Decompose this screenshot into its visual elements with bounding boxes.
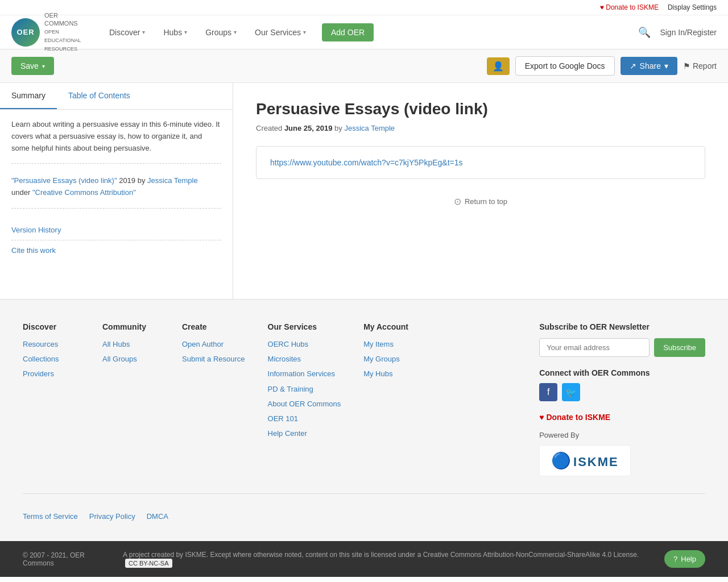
sidebar-description: Learn about writing a persuasive essay i… — [11, 119, 221, 164]
footer-community-heading: Community — [102, 322, 159, 331]
footer-about-oer-link[interactable]: About OER Commons — [268, 399, 341, 409]
footer-donate-link[interactable]: Donate to ISKME — [539, 413, 610, 422]
footer-oerc-hubs-link[interactable]: OERC Hubs — [268, 339, 341, 350]
author-link[interactable]: Jessica Temple — [344, 124, 395, 132]
caret-down-icon: ▾ — [664, 61, 668, 70]
terms-of-service-link[interactable]: Terms of Service — [23, 512, 78, 521]
version-history-link[interactable]: Version History — [11, 220, 221, 240]
footer-my-hubs-link[interactable]: My Hubs — [363, 369, 420, 379]
footer-open-author-link[interactable]: Open Author — [182, 339, 245, 350]
chevron-down-icon: ▾ — [184, 29, 187, 35]
resource-url-link[interactable]: https://www.youtube.com/watch?v=c7kjY5Pk… — [270, 158, 463, 167]
logo-text: OER COMMONSOPEN EDUCATIONAL RESOURCES — [44, 11, 84, 53]
main-resource-content: Persuasive Essays (video link) Created J… — [233, 83, 728, 299]
logo[interactable]: OER OER COMMONSOPEN EDUCATIONAL RESOURCE… — [11, 11, 84, 53]
citation-author-link[interactable]: Jessica Temple — [147, 176, 198, 185]
search-icon[interactable]: 🔍 — [638, 26, 651, 39]
cc-badge: CC BY-NC-SA — [125, 559, 172, 568]
iskme-graphic-icon: 🔵 — [551, 452, 571, 469]
footer-microsites-link[interactable]: Microsites — [268, 354, 341, 364]
share-button[interactable]: ↗ Share ▾ — [621, 57, 677, 75]
tab-summary[interactable]: Summary — [0, 83, 57, 109]
help-icon: ? — [673, 555, 677, 563]
iskme-logo: 🔵 ISKME — [539, 445, 631, 476]
add-oer-button[interactable]: Add OER — [322, 23, 374, 41]
return-to-top[interactable]: ⊙ Return to top — [256, 196, 705, 207]
footer-our-services: Our Services OERC Hubs Microsites Inform… — [268, 322, 341, 476]
left-sidebar: Summary Table of Contents Learn about wr… — [0, 83, 233, 299]
sidebar-tabs: Summary Table of Contents — [0, 83, 233, 110]
help-button[interactable]: ? Help — [664, 550, 705, 568]
footer-all-hubs-link[interactable]: All Hubs — [102, 339, 159, 350]
sidebar-citation: "Persuasive Essays (video link)" 2019 by… — [11, 175, 221, 209]
share-icon: ↗ — [630, 61, 636, 70]
report-button[interactable]: ⚑ Report — [683, 61, 717, 70]
citation-title-link[interactable]: "Persuasive Essays (video link)" — [11, 176, 117, 185]
up-arrow-icon: ⊙ — [454, 196, 461, 207]
action-bar: Save ▾ 👤 Export to Google Docs ↗ Share ▾… — [0, 49, 728, 83]
author-by: by — [334, 124, 342, 132]
nav-hubs[interactable]: Hubs ▾ — [155, 23, 195, 41]
created-label: Created — [256, 124, 282, 132]
tab-table-of-contents[interactable]: Table of Contents — [57, 83, 142, 109]
newsletter-row: Subscribe — [539, 338, 705, 357]
dmca-link[interactable]: DMCA — [147, 512, 168, 521]
newsletter-heading: Subscribe to OER Newsletter — [539, 322, 705, 331]
topbar-donate-link[interactable]: Donate to ISKME — [600, 3, 659, 11]
footer-my-items-link[interactable]: My Items — [363, 339, 420, 350]
caret-down-icon: ▾ — [42, 63, 45, 69]
sidebar-content: Learn about writing a persuasive essay i… — [0, 110, 233, 269]
footer-collections-link[interactable]: Collections — [23, 354, 80, 364]
cite-this-work-link[interactable]: Cite this work — [11, 240, 221, 260]
connect-section: Connect with OER Commons f 🐦 Donate to I… — [539, 368, 705, 476]
nav-discover[interactable]: Discover ▾ — [101, 23, 153, 41]
footer-pd-training-link[interactable]: PD & Training — [268, 384, 341, 394]
footer-create: Create Open Author Submit a Resource — [182, 322, 245, 476]
display-settings-link[interactable]: Display Settings — [668, 3, 717, 11]
footer-right: Subscribe to OER Newsletter Subscribe Co… — [539, 322, 705, 476]
footer-providers-link[interactable]: Providers — [23, 369, 80, 379]
newsletter-email-input[interactable] — [539, 338, 650, 357]
top-bar: Donate to ISKME Display Settings — [0, 0, 728, 15]
footer-divider — [23, 493, 705, 494]
footer-community: Community All Hubs All Groups — [102, 322, 159, 476]
footer-my-groups-link[interactable]: My Groups — [363, 354, 420, 364]
resource-link-box: https://www.youtube.com/watch?v=c7kjY5Pk… — [256, 146, 705, 179]
chevron-down-icon: ▾ — [303, 29, 306, 35]
user-icon-button[interactable]: 👤 — [487, 57, 510, 75]
export-google-docs-button[interactable]: Export to Google Docs — [515, 56, 615, 76]
sign-in-link[interactable]: Sign In/Register — [660, 28, 717, 37]
save-button[interactable]: Save ▾ — [11, 57, 54, 75]
connect-heading: Connect with OER Commons — [539, 368, 705, 377]
created-date: June 25, 2019 — [284, 124, 333, 132]
chevron-down-icon: ▾ — [234, 29, 237, 35]
resource-meta: Created June 25, 2019 by Jessica Temple — [256, 124, 705, 132]
footer: Discover Resources Collections Providers… — [0, 299, 728, 541]
nav-our-services[interactable]: Our Services ▾ — [247, 23, 314, 41]
resource-title: Persuasive Essays (video link) — [256, 100, 705, 118]
citation-license-link[interactable]: "Creative Commons Attribution" — [32, 188, 136, 197]
bottom-description: A project created by ISKME. Except where… — [123, 551, 653, 568]
footer-resources-link[interactable]: Resources — [23, 339, 80, 350]
footer-my-account-heading: My Account — [363, 322, 420, 331]
footer-columns: Discover Resources Collections Providers… — [23, 322, 705, 476]
footer-information-services-link[interactable]: Information Services — [268, 369, 341, 379]
privacy-policy-link[interactable]: Privacy Policy — [89, 512, 135, 521]
iskme-logo-text: ISKME — [573, 455, 619, 469]
footer-help-center-link[interactable]: Help Center — [268, 429, 341, 439]
citation-year: 2019 — [119, 176, 135, 185]
main-nav: OER OER COMMONSOPEN EDUCATIONAL RESOURCE… — [0, 15, 728, 49]
facebook-icon[interactable]: f — [539, 383, 557, 401]
logo-circle: OER — [11, 18, 40, 47]
twitter-icon[interactable]: 🐦 — [562, 383, 580, 401]
footer-submit-resource-link[interactable]: Submit a Resource — [182, 354, 245, 364]
powered-by-label: Powered By — [539, 431, 705, 439]
footer-all-groups-link[interactable]: All Groups — [102, 354, 159, 364]
bottom-bar: © 2007 - 2021, OER Commons A project cre… — [0, 541, 728, 577]
footer-our-services-heading: Our Services — [268, 322, 341, 331]
subscribe-button[interactable]: Subscribe — [654, 338, 705, 357]
copyright-text: © 2007 - 2021, OER Commons — [23, 551, 111, 567]
nav-groups[interactable]: Groups ▾ — [197, 23, 245, 41]
footer-oer-101-link[interactable]: OER 101 — [268, 414, 341, 424]
chevron-down-icon: ▾ — [142, 29, 145, 35]
